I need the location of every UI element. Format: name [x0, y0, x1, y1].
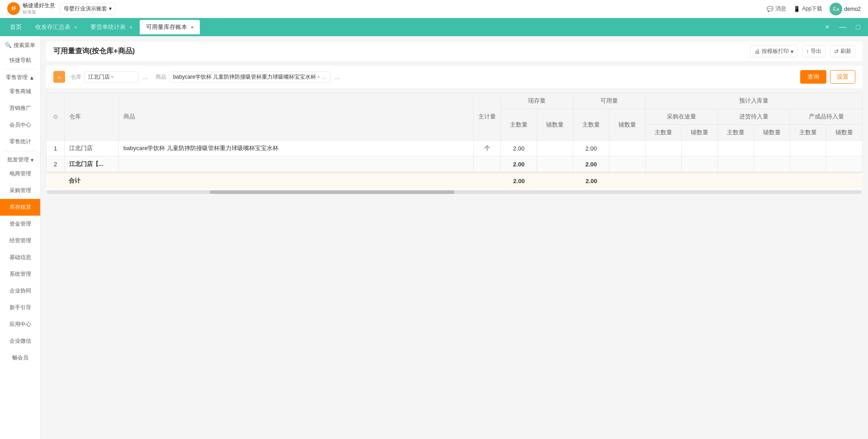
nav-maximize-btn[interactable]: □: [852, 21, 864, 33]
nav-close-btn[interactable]: ×: [821, 21, 834, 33]
sidebar-item-operations-label: 经营管理: [9, 237, 31, 245]
td-finished-main-1: [790, 141, 826, 156]
table-row-subtotal: 2 江北门店【... 2.00 2.00: [47, 156, 863, 172]
sidebar-item-retail-mall[interactable]: 零售商城: [0, 83, 40, 100]
sidebar-item-vip[interactable]: 畅会员: [0, 349, 40, 366]
logo-sub: 标准版: [23, 9, 55, 15]
settings-gear-icon[interactable]: ⚙: [53, 113, 58, 120]
td-stock-main-2: 2.00: [501, 156, 537, 172]
td-finished-aux-1: [826, 141, 863, 156]
app-icon: 📱: [793, 6, 800, 12]
message-icon: 💬: [767, 6, 774, 12]
th-group-stock: 现存量: [501, 93, 573, 109]
tab-order-stats-close[interactable]: ×: [129, 24, 132, 30]
tab-available-stock-close[interactable]: ×: [191, 24, 193, 30]
tab-receivable-close[interactable]: ×: [74, 24, 77, 30]
industry-selector[interactable]: 母婴行业演示账套 ▾: [60, 3, 116, 14]
tab-available-stock[interactable]: 可用量库存账本 ×: [140, 20, 200, 34]
page-title: 可用量查询(按仓库+商品): [53, 47, 135, 56]
td-warehouse-2: 江北门店【...: [65, 156, 119, 172]
sidebar-item-marketing[interactable]: 营销推广: [0, 100, 40, 117]
query-button[interactable]: 查询: [800, 70, 826, 84]
sidebar-item-purchase-label: 采购管理: [9, 187, 31, 194]
tab-home[interactable]: 首页: [4, 20, 28, 34]
th-settings-gear[interactable]: ⚙: [47, 93, 65, 141]
print-btn[interactable]: 🖨 按模板打印 ▾: [750, 45, 797, 57]
tab-receivable[interactable]: 收发存汇总表 ×: [29, 20, 83, 34]
user-name: demo2: [844, 6, 861, 12]
tab-order-stats[interactable]: 要货单统计表 ×: [84, 20, 138, 34]
filter-expand-btn[interactable]: »: [53, 71, 65, 83]
product-more[interactable]: ...: [322, 74, 326, 80]
sidebar-quick-nav-label: 快捷导航: [9, 57, 31, 63]
sidebar-item-newbie[interactable]: 新手引导: [0, 299, 40, 316]
scrollbar-thumb[interactable]: [210, 190, 454, 194]
sidebar-item-wholesale-label: 批发管理: [7, 156, 29, 164]
message-btn[interactable]: 💬 消息: [767, 5, 786, 13]
sidebar-item-apps-label: 应用中心: [9, 321, 31, 328]
td-inbound-aux-2: [754, 156, 790, 172]
settings-button[interactable]: 设置: [830, 70, 855, 84]
chevron-down-icon: ▾: [109, 5, 112, 12]
nav-minimize-btn[interactable]: —: [836, 21, 849, 33]
sidebar-search[interactable]: 🔍 搜索菜单: [0, 38, 40, 53]
scrollbar-track: [47, 190, 862, 194]
sidebar-item-vip-label: 畅会员: [12, 354, 28, 362]
user-area[interactable]: Ea demo2: [830, 3, 861, 15]
export-btn[interactable]: ↑ 导出: [802, 45, 826, 57]
sidebar-item-apps[interactable]: 应用中心: [0, 316, 40, 333]
sidebar-search-label: 搜索菜单: [14, 42, 35, 48]
warehouse-filter-tags[interactable]: 江北门店 ×: [84, 71, 138, 83]
sidebar-item-operations[interactable]: 经营管理: [0, 232, 40, 249]
td-purchase-aux-1: [682, 141, 718, 156]
td-stock-main-1: 2.00: [501, 141, 537, 156]
export-icon: ↑: [806, 48, 809, 55]
td-stock-aux-2: [537, 156, 573, 172]
sidebar-item-wholesale[interactable]: 批发管理 ▾: [0, 152, 40, 165]
td-finished-main-2: [790, 156, 826, 172]
app-download-btn[interactable]: 📱 App下载: [793, 5, 822, 13]
chevron-up-icon: ▲: [29, 75, 35, 81]
td-stock-aux-1: [537, 141, 573, 156]
refresh-btn[interactable]: ↺ 刷新: [830, 45, 855, 57]
sidebar: 🔍 搜索菜单 快捷导航 零售管理 ▲ 零售商城 营销推广 会员中心 零售统计 批…: [0, 36, 41, 439]
data-table: ⚙ 仓库 商品 主计量 现存量 可用量 预计入库量 主数量 辅数量 主数量 辅数…: [46, 93, 863, 172]
product-tag-1-close[interactable]: ×: [317, 74, 320, 80]
product-filter-ellipsis[interactable]: ...: [335, 73, 340, 80]
sidebar-item-finance[interactable]: 资金管理: [0, 216, 40, 232]
horizontal-scrollbar[interactable]: [46, 189, 863, 195]
sidebar-item-enterprise[interactable]: 企业协同: [0, 283, 40, 299]
filter-bar: » 仓库 江北门店 × ... 商品 babycare学饮杯 儿童防摔防撞吸管杯…: [46, 66, 863, 88]
warehouse-tag-1-close[interactable]: ×: [111, 74, 113, 80]
sidebar-item-basic[interactable]: 基础信息: [0, 249, 40, 266]
table-footer: 合计 2.00 2.00: [46, 172, 863, 189]
sidebar-item-system[interactable]: 系统管理: [0, 266, 40, 283]
search-icon: 🔍: [5, 42, 12, 48]
sidebar-quick-nav[interactable]: 快捷导航: [0, 53, 40, 68]
td-inbound-main-1: [718, 141, 754, 156]
table-container: ⚙ 仓库 商品 主计量 现存量 可用量 预计入库量 主数量 辅数量 主数量 辅数…: [46, 93, 863, 195]
product-filter-tags[interactable]: babycare学饮杯 儿童防摔防撞吸管杯重力球吸嘴杯宝宝水杯 × ...: [169, 71, 330, 83]
td-product-1: babycare学饮杯 儿童防摔防撞吸管杯重力球吸嘴杯宝宝水杯: [119, 141, 474, 156]
sidebar-item-ecommerce[interactable]: 电商管理: [0, 165, 40, 182]
sidebar-item-retail-label: 零售管理: [6, 74, 28, 81]
sidebar-item-member[interactable]: 会员中心: [0, 117, 40, 133]
th-main-unit: 主计量: [474, 93, 501, 141]
refresh-icon: ↺: [834, 48, 839, 55]
td-avail-main-2: 2.00: [573, 156, 609, 172]
sidebar-item-purchase[interactable]: 采购管理: [0, 182, 40, 199]
td-inbound-main-2: [718, 156, 754, 172]
sidebar-item-retail[interactable]: 零售管理 ▲: [0, 70, 40, 83]
warehouse-filter-ellipsis[interactable]: ...: [143, 73, 148, 80]
sidebar-item-inventory[interactable]: 库存核算: [0, 199, 40, 216]
product-filter-label: 商品: [156, 73, 166, 81]
td-avail-aux-2: [609, 156, 646, 172]
td-index-1: 1: [47, 141, 65, 156]
warehouse-filter-label: 仓库: [71, 73, 81, 81]
sidebar-item-wechat[interactable]: 企业微信: [0, 333, 40, 349]
tab-order-stats-label: 要货单统计表: [90, 23, 126, 31]
tab-home-label: 首页: [10, 23, 22, 31]
sidebar-item-retail-stats[interactable]: 零售统计: [0, 133, 40, 150]
warehouse-tag-1: 江北门店 ×: [88, 73, 113, 81]
print-arrow: ▾: [791, 48, 793, 55]
